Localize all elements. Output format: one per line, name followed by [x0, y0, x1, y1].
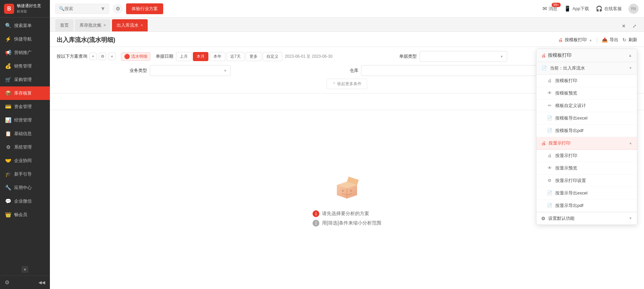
sidebar-item-basic[interactable]: 📋 基础信息 — [0, 127, 50, 140]
icon-export-excel-display: 📄 — [547, 190, 553, 196]
current-chevron-icon: ▼ — [629, 66, 632, 70]
tabs-bar: 首页库存批次账×出入库流水× ✕ ⤢ — [50, 18, 644, 32]
sidebar-item-enterprise[interactable]: 🤝 企业协同 — [0, 154, 50, 167]
sidebar-item-finance[interactable]: 💳 资金管理 — [0, 100, 50, 113]
trial-btn[interactable]: 体验行业方案 — [126, 3, 163, 14]
tab-inventory-batch[interactable]: 库存批次账× — [75, 19, 111, 31]
tab-label-inventory-batch: 库存批次账 — [80, 22, 101, 28]
search-dropdown-icon[interactable]: ▼ — [100, 6, 106, 12]
sidebar-item-shortcut[interactable]: ⚡ 快捷导航 — [0, 32, 50, 46]
empty-step-2: 2 用[筛选]条件来缩小分析范围 — [313, 220, 381, 227]
dropdown-item-export-excel-template[interactable]: 📄 按模板导出excel — [536, 112, 637, 125]
label-export-pdf-display: 按显示导出pdf — [555, 203, 583, 209]
dropdown-item-custom-template[interactable]: ✏ 模板自定义设计 — [536, 100, 637, 112]
sidebar-item-search[interactable]: 🔍 搜索菜单 — [0, 19, 50, 32]
business-type-select[interactable]: ▼ — [150, 65, 231, 76]
dropdown-item-export-pdf-template[interactable]: 📄 按模板导出pdf — [536, 125, 637, 137]
dropdown-footer[interactable]: ⚙ 设置默认功能 ▼ — [536, 212, 637, 225]
sidebar-item-vip[interactable]: 👑 畅会员 — [0, 208, 50, 221]
dropdown-up-icon[interactable]: ▲ — [628, 53, 632, 58]
date-btn-上月[interactable]: 上月 — [176, 52, 192, 61]
export-btn[interactable]: 📤 导出 — [602, 37, 618, 43]
dropdown-item-print-settings-display[interactable]: ⚙ 按显示打印设置 — [536, 175, 637, 187]
filter-settings-btn[interactable]: ⚙ — [99, 53, 106, 60]
date-btn-自定义[interactable]: 自定义 — [263, 52, 282, 61]
topbar-settings-btn[interactable]: ⚙ — [113, 4, 123, 14]
tab-inventory-flow[interactable]: 出入库流水× — [112, 19, 148, 31]
dropdown-item-print-display[interactable]: 🖨 按显示打印 — [536, 150, 637, 162]
window-close-btn[interactable]: ✕ — [620, 22, 628, 30]
sidebar: B 畅捷通好生意 标准版 🔍 搜索菜单 ⚡ 快捷导航 📢 营销推广 💰 销售管理… — [0, 0, 50, 289]
window-maximize-btn[interactable]: ⤢ — [631, 22, 639, 30]
sidebar-item-sales[interactable]: 💰 销售管理 — [0, 59, 50, 73]
warehouse-select[interactable]: ••• — [361, 65, 564, 76]
sidebar-icon-sales: 💰 — [5, 63, 11, 70]
sidebar-item-marketing[interactable]: 📢 营销推广 — [0, 46, 50, 59]
dropdown-current-item[interactable]: 📄 当前：出入库流水 ▼ — [536, 62, 637, 75]
sidebar-item-app_center[interactable]: 🔧 应用中心 — [0, 181, 50, 194]
user-avatar[interactable]: Rit — [628, 4, 639, 14]
date-btn-本年[interactable]: 本年 — [210, 52, 225, 61]
message-badge: 99+ — [552, 3, 561, 7]
sidebar-icon-inventory: 📦 — [5, 90, 11, 97]
dropdown-item-preview-template[interactable]: 👁 按模板预览 — [536, 87, 637, 100]
online-service-btn[interactable]: 🎧 在线客服 — [596, 5, 622, 12]
label-export-excel-template: 按模板导出excel — [555, 115, 587, 121]
settings-footer-icon[interactable]: ⚙ — [5, 279, 9, 286]
sidebar-item-inventory[interactable]: 📦 库存核算 — [0, 86, 50, 100]
dropdown-item-export-excel-display[interactable]: 📄 按显示导出excel — [536, 187, 637, 200]
voucher-type-select[interactable]: ▼ — [419, 51, 507, 62]
sidebar-item-wechat[interactable]: 💬 企业微信 — [0, 194, 50, 208]
sidebar-nav: 🔍 搜索菜单 ⚡ 快捷导航 📢 营销推广 💰 销售管理 🛒 采购管理 📦 库存核… — [0, 18, 50, 263]
tab-close-inventory-flow[interactable]: × — [141, 23, 143, 28]
dropdown-item-print-template[interactable]: 🖨 按模板打印 — [536, 75, 637, 87]
refresh-btn[interactable]: ↻ 刷新 — [622, 37, 637, 43]
sidebar-icon-app_center: 🔧 — [5, 184, 11, 191]
dropdown-title: 🖨 按模板打印 — [541, 52, 572, 58]
display-section-header[interactable]: 🖨 按显示打印 ▲ — [536, 137, 637, 150]
filter-tag: 🔴 流水明细 — [121, 52, 150, 61]
window-controls: ✕ ⤢ — [620, 22, 639, 30]
tab-close-inventory-batch[interactable]: × — [104, 23, 106, 28]
empty-steps: 1 请先选择要分析的方案 2 用[筛选]条件来缩小分析范围 — [313, 210, 381, 229]
tab-home[interactable]: 首页 — [55, 19, 74, 31]
app-logo: B 畅捷通好生意 标准版 — [0, 0, 50, 18]
export-label: 导出 — [610, 37, 618, 43]
search-topbar-input[interactable] — [64, 6, 99, 11]
app-download-btn[interactable]: 📱 App下载 — [564, 5, 589, 12]
footer-settings-icon: ⚙ — [541, 216, 546, 221]
icon-preview-template: 👁 — [547, 90, 553, 96]
sidebar-icon-wechat: 💬 — [5, 198, 11, 205]
date-btn-本月[interactable]: 本月 — [193, 52, 208, 61]
filter-collapse-btn[interactable]: « — [108, 53, 116, 60]
collapse-more-btn[interactable]: ⌃ 收起更多条件 — [327, 79, 367, 89]
sidebar-icon-shortcut: ⚡ — [5, 36, 11, 43]
sidebar-item-operations[interactable]: 📊 经营管理 — [0, 113, 50, 127]
sidebar-label-vip: 畅会员 — [14, 212, 27, 218]
dropdown-display-items: 🖨 按显示打印 👁 按显示预览 ⚙ 按显示打印设置 📄 按显示导出excel 📄… — [536, 150, 637, 212]
collapse-sidebar-icon[interactable]: ◀◀ — [38, 280, 45, 285]
sidebar-item-guide[interactable]: 🎓 新手引导 — [0, 167, 50, 181]
sidebar-label-inventory: 库存核算 — [14, 90, 32, 96]
main-content: 🔍 ▼ ⚙ 体验行业方案 ✉ 消息 99+ 📱 App下载 🎧 在线客服 R — [50, 0, 644, 289]
sidebar-item-system[interactable]: ⚙ 系统管理 — [0, 140, 50, 154]
date-btn-近7天[interactable]: 近7天 — [227, 52, 244, 61]
filter-add-btn[interactable]: + — [89, 53, 97, 60]
sidebar-icon-guide: 🎓 — [5, 171, 11, 178]
dropdown-template-items: 🖨 按模板打印 👁 按模板预览 ✏ 模板自定义设计 📄 按模板导出excel 📄… — [536, 75, 637, 137]
message-btn[interactable]: ✉ 消息 99+ — [543, 5, 557, 12]
warehouse-label: 仓库 — [350, 68, 358, 74]
print-icon: 🖨 — [558, 37, 563, 43]
dropdown-item-preview-display[interactable]: 👁 按显示预览 — [536, 162, 637, 175]
sidebar-icon-enterprise: 🤝 — [5, 157, 11, 164]
dropdown-print-icon: 🖨 — [541, 53, 546, 58]
display-section-chevron: ▲ — [629, 141, 632, 145]
sidebar-item-purchase[interactable]: 🛒 采购管理 — [0, 73, 50, 86]
print-template-dropdown-btn[interactable]: 🖨 按模板打印 ▲ — [558, 37, 592, 43]
sidebar-icon-marketing: 📢 — [5, 49, 11, 56]
date-btn-更多[interactable]: 更多 — [246, 52, 261, 61]
dropdown-item-export-pdf-display[interactable]: 📄 按显示导出pdf — [536, 200, 637, 212]
sidebar-scroll-down[interactable]: ▼ — [22, 266, 28, 273]
sidebar-label-marketing: 营销推广 — [14, 50, 32, 56]
topbar-search-box[interactable]: 🔍 ▼ — [55, 4, 109, 14]
